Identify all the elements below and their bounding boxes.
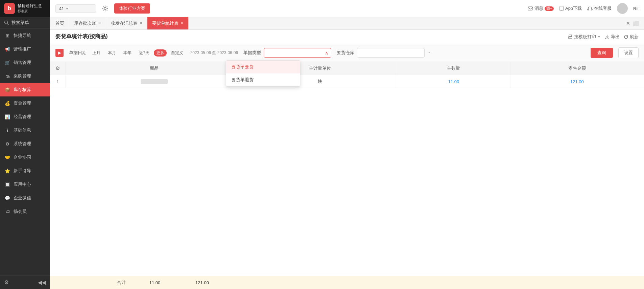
sidebar-item-label: 新手引导 <box>14 168 31 174</box>
sidebar-item-operations[interactable]: 📊 经营管理 <box>0 110 50 124</box>
row-amount[interactable]: 121.00 <box>510 75 644 88</box>
sidebar-item-sales[interactable]: 🛒 销售管理 <box>0 56 50 69</box>
user-avatar[interactable] <box>617 3 628 14</box>
type-dropdown-popup: 要货单要货 要货单退货 <box>226 60 300 87</box>
this-month-chip[interactable]: 本月 <box>105 49 119 57</box>
dropdown-item-order-return[interactable]: 要货单退货 <box>226 73 300 86</box>
sidebar-item-label: 营销推广 <box>14 46 31 52</box>
col-gear-icon[interactable]: ⚙ <box>55 65 60 71</box>
table-body: 1 块 11.00 121.00 <box>50 75 644 88</box>
dropdown-item-order-goods[interactable]: 要货单要货 <box>226 61 300 73</box>
more-dates-chip[interactable]: 更多 <box>154 49 167 57</box>
info-icon: ℹ <box>4 127 11 134</box>
print-arrow: ▼ <box>597 35 601 39</box>
warehouse-select[interactable] <box>357 48 425 58</box>
chart-icon: 📊 <box>4 113 11 120</box>
warehouse-value <box>360 50 422 56</box>
sidebar-item-finance[interactable]: 💰 资金管理 <box>0 96 50 110</box>
svg-rect-3 <box>528 7 533 10</box>
close-tab-icon[interactable]: ✕ <box>626 21 630 26</box>
row-quantity[interactable]: 11.00 <box>397 75 510 88</box>
wechat-icon: 💬 <box>4 195 11 201</box>
tab-close-icon[interactable]: ✕ <box>139 21 142 25</box>
bag-icon: 🛍 <box>4 73 11 80</box>
sidebar-item-membership[interactable]: 🏷 畅会员 <box>0 205 50 218</box>
tab-home[interactable]: 首页 <box>55 17 69 29</box>
tab-inventory-batch[interactable]: 库存批次账 ✕ <box>69 17 106 29</box>
table-row: 1 块 11.00 121.00 <box>50 75 644 88</box>
collapse-icon[interactable]: ◀◀ <box>38 279 46 286</box>
sidebar-item-label: 库存核算 <box>14 87 31 93</box>
refresh-label: 刷新 <box>630 34 639 40</box>
table-container: ⚙ 商品 主计量单位 主数量 零售金额 1 <box>50 62 644 276</box>
last-7-days-chip[interactable]: 近7天 <box>136 49 152 57</box>
sidebar-item-label: 采购管理 <box>14 73 31 79</box>
tab-label: 要货单统计表 <box>152 20 178 26</box>
type-select[interactable]: ∧ <box>264 48 331 58</box>
data-table: ⚙ 商品 主计量单位 主数量 零售金额 1 <box>50 62 644 88</box>
date-range: 2023-05-06 至 2023-06-06 <box>190 50 238 56</box>
tab-close-icon[interactable]: ✕ <box>181 21 184 25</box>
gear-settings-icon <box>102 5 108 12</box>
filter-expand-btn[interactable]: ▶ <box>55 49 64 57</box>
search-icon <box>4 20 9 25</box>
sidebar-item-label: 基础信息 <box>14 127 31 133</box>
trial-button[interactable]: 体验行业方案 <box>114 3 150 14</box>
sidebar-item-system[interactable]: ⚙ 系统管理 <box>0 137 50 151</box>
sidebar-item-purchase[interactable]: 🛍 采购管理 <box>0 69 50 83</box>
sidebar-item-label: 畅会员 <box>14 208 27 215</box>
tab-close-icon[interactable]: ✕ <box>98 21 101 25</box>
sidebar-item-cooperation[interactable]: 🤝 企业协同 <box>0 151 50 164</box>
store-selector[interactable]: 41 ▼ <box>55 4 96 13</box>
this-year-chip[interactable]: 本年 <box>120 49 135 57</box>
messages-icon <box>528 6 533 11</box>
messages-badge: 99+ <box>545 6 554 11</box>
sidebar-item-inventory[interactable]: 📦 库存核算 <box>0 83 50 96</box>
search-menu[interactable]: 搜索菜单 <box>0 17 50 29</box>
page-actions: 按模板打印 ▼ 导出 刷新 <box>568 34 639 40</box>
query-button[interactable]: 查询 <box>591 48 613 58</box>
online-service-action[interactable]: 在线客服 <box>587 5 612 12</box>
svg-rect-10 <box>569 37 571 38</box>
messages-action[interactable]: 消息 99+ <box>528 5 554 12</box>
sidebar-item-guide[interactable]: ⭐ 新手引导 <box>0 164 50 178</box>
star-icon: ⭐ <box>4 168 11 174</box>
grid-icon: ⊞ <box>4 32 11 39</box>
col-settings-header[interactable]: ⚙ <box>50 62 66 75</box>
sidebar-item-app-center[interactable]: 🔲 应用中心 <box>0 178 50 191</box>
sidebar-item-quick-nav[interactable]: ⊞ 快捷导航 <box>0 29 50 42</box>
sidebar-item-label: 销售管理 <box>14 60 31 66</box>
app-download-action[interactable]: App下载 <box>559 5 582 12</box>
sidebar-item-enterprise-wechat[interactable]: 💬 企业微信 <box>0 191 50 205</box>
more-options-icon[interactable]: ··· <box>427 50 432 56</box>
brand-name: 畅捷通好生意 <box>18 3 42 9</box>
sidebar: b 畅捷通好生意 标准版 搜索菜单 ⊞ 快捷导航 📢 营销推广 🛒 销售管理 🛍… <box>0 0 50 289</box>
col-quantity-header: 主数量 <box>397 62 510 75</box>
prev-month-chip[interactable]: 上月 <box>89 49 103 57</box>
maximize-icon[interactable]: ⬜ <box>633 21 639 26</box>
header-settings-icon[interactable] <box>100 3 110 14</box>
sidebar-item-basic-info[interactable]: ℹ 基础信息 <box>0 124 50 137</box>
search-label: 搜索菜单 <box>11 20 29 26</box>
sidebar-item-marketing[interactable]: 📢 营销推广 <box>0 42 50 56</box>
export-icon <box>605 35 610 39</box>
cart-icon: 🛒 <box>4 59 11 66</box>
messages-label: 消息 <box>534 5 543 12</box>
custom-chip[interactable]: 自定义 <box>168 49 186 57</box>
tab-receive-summary[interactable]: 收发存汇总表 ✕ <box>106 17 147 29</box>
export-btn[interactable]: 导出 <box>605 34 620 40</box>
gear-icon: ⚙ <box>4 140 11 147</box>
tab-order-summary[interactable]: 要货单统计表 ✕ <box>147 17 189 29</box>
app-logo: b 畅捷通好生意 标准版 <box>0 0 50 17</box>
refresh-btn[interactable]: 刷新 <box>624 34 639 40</box>
phone-icon <box>559 6 564 11</box>
row-number: 1 <box>50 75 66 88</box>
settings-bottom-icon[interactable]: ⚙ <box>4 279 9 286</box>
footer-quantity: 11.00 <box>131 280 178 285</box>
settings-button[interactable]: 设置 <box>618 47 639 58</box>
sidebar-item-label: 快捷导航 <box>14 32 31 39</box>
box-icon: 📦 <box>4 86 11 93</box>
type-dropdown-arrow[interactable]: ∧ <box>325 50 328 55</box>
megaphone-icon: 📢 <box>4 46 11 52</box>
print-template-btn[interactable]: 按模板打印 ▼ <box>568 34 601 40</box>
